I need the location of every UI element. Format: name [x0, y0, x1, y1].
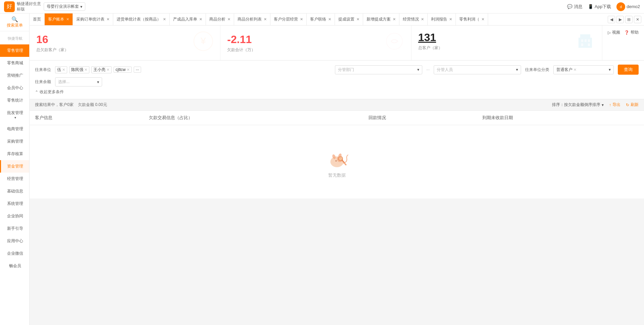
query-button[interactable]: 查询	[618, 65, 639, 75]
tab-customer-segmentation[interactable]: 客户分层经营 ✕	[270, 13, 307, 26]
tab-home[interactable]: 首页	[30, 13, 45, 26]
tab-close-icon[interactable]: ✕	[66, 17, 69, 22]
sidebar-item-inventory[interactable]: 库存核算	[0, 148, 29, 160]
enterprise-select[interactable]: 母婴行业演示帐套 ▾	[44, 2, 85, 11]
tab-close-icon[interactable]: ✕	[106, 17, 110, 22]
dept-select[interactable]: 分管部门 ▾	[335, 65, 422, 74]
tag-remove-icon[interactable]: ✕	[62, 68, 65, 72]
sidebar-item-basic-info[interactable]: 基础信息	[0, 185, 29, 197]
svg-point-18	[335, 160, 337, 161]
svg-rect-4	[580, 34, 590, 39]
filter-row-2: 往来余额 选择... ▾	[35, 77, 639, 86]
chevron-down-icon: ▾	[516, 67, 518, 72]
sidebar-item-app-center[interactable]: 应用中心	[0, 235, 29, 247]
avatar: d	[616, 2, 625, 11]
stat-debt-customers: ¥ 16 总欠款客户（家）	[30, 26, 220, 60]
logo-area: 好 畅捷通好生意 标版	[4, 1, 41, 12]
tab-commission-settings[interactable]: 提成设置 ✕	[335, 13, 363, 26]
svg-rect-9	[588, 43, 590, 46]
sidebar-item-purchase[interactable]: 采购管理	[0, 135, 29, 148]
chevron-down-icon: ▾	[14, 116, 16, 119]
filter-row-1: 往来单位 伍 ✕ 陈民强 ✕ 王小亮 ✕	[35, 65, 639, 75]
chevron-down-icon: ▾	[417, 67, 419, 72]
sidebar-item-retail[interactable]: 零售管理	[0, 44, 29, 57]
tab-close-icon[interactable]: ✕	[264, 17, 267, 22]
balance-select[interactable]: 选择... ▾	[55, 77, 102, 86]
sidebar-item-collaboration[interactable]: 企业协同	[0, 210, 29, 222]
chevron-down-icon: ▾	[602, 103, 604, 107]
message-item[interactable]: 💬 消息	[567, 4, 583, 10]
unit-type-select[interactable]: 普通客户 ✕ ▾	[553, 65, 614, 74]
svg-text:¥: ¥	[201, 35, 206, 46]
message-icon: 💬	[567, 4, 572, 9]
unit-tag-wu: 伍 ✕	[55, 66, 67, 73]
sidebar-item-finance[interactable]: 资金管理	[0, 160, 29, 173]
video-link[interactable]: ▷ 视频	[608, 30, 620, 35]
sidebar-item-system[interactable]: 系统管理	[0, 197, 29, 210]
unit-tag-wang: 王小亮 ✕	[91, 66, 112, 73]
sidebar-item-retail-mall[interactable]: 零售商城	[0, 57, 29, 69]
tab-close-all-btn[interactable]: ✕	[634, 16, 641, 23]
sidebar-item-vip[interactable]: 畅会员	[0, 260, 29, 272]
tab-close-icon[interactable]: ✕	[227, 17, 230, 22]
tab-operations[interactable]: 经营情况 ✕	[399, 13, 428, 26]
tab-profit-report[interactable]: 利润报告 ✕	[428, 13, 456, 26]
sidebar-item-wholesale[interactable]: 批发管理 ▾	[0, 107, 29, 123]
stat-total-debt: -2.11 欠款合计（万）	[220, 26, 411, 60]
sidebar-item-new-guide[interactable]: 新手引导	[0, 222, 29, 235]
sidebar-search[interactable]: 🔍 搜索菜单	[0, 13, 29, 31]
sidebar-item-member-center[interactable]: 会员中心	[0, 82, 29, 94]
tab-add-commission[interactable]: 新增提成方案 ✕	[363, 13, 399, 26]
tab-product-analysis[interactable]: 商品分析 ✕	[206, 13, 234, 26]
sidebar-nav: 快捷导航 零售管理 零售商城 营销推广 会员中心 零售统计 批发管理 ▾ 电	[0, 31, 29, 274]
tab-expand-btn[interactable]: ⊞	[625, 16, 633, 23]
tab-next-btn[interactable]: ▶	[616, 16, 624, 23]
unit-tag-more[interactable]: ···	[134, 67, 141, 73]
sidebar-item-wechat-work[interactable]: 企业微信	[0, 247, 29, 260]
sort-select[interactable]: 排序：按欠款金额倒序排序 ▾	[552, 102, 604, 108]
tab-close-icon[interactable]: ✕	[328, 17, 331, 22]
user-item[interactable]: d demo2	[616, 2, 640, 11]
tab-close-icon[interactable]: ✕	[356, 17, 359, 22]
tab-close-icon[interactable]: ✕	[449, 17, 452, 22]
tab-retail-profit[interactable]: 零售利润（ ✕	[456, 13, 488, 26]
help-link[interactable]: ❓ 帮助	[624, 30, 639, 35]
tab-purchase-order-stats[interactable]: 采购订单统计表 ✕	[73, 13, 113, 26]
tag-remove-icon[interactable]: ✕	[573, 68, 576, 72]
refresh-btn[interactable]: ↻ 刷新	[626, 102, 639, 108]
chevron-down-icon: ▾	[80, 4, 82, 9]
sidebar-item-ecommerce[interactable]: 电商管理	[0, 123, 29, 135]
tab-close-icon[interactable]: ✕	[300, 17, 303, 22]
export-btn[interactable]: ↑ 导出	[609, 102, 620, 108]
tab-close-icon[interactable]: ✕	[163, 17, 166, 22]
person-select[interactable]: 分管人员 ▾	[434, 65, 521, 74]
tab-incoming-stats[interactable]: 进货单统计表（按商品） ✕	[113, 13, 170, 26]
tab-customer-contact[interactable]: 客户联络 ✕	[307, 13, 335, 26]
svg-rect-5	[581, 39, 583, 42]
tag-remove-icon[interactable]: ✕	[84, 68, 87, 72]
stat-actions: ▷ 视频 ❓ 帮助	[602, 26, 644, 60]
sidebar-item-retail-stats[interactable]: 零售统计	[0, 94, 29, 107]
person-more-icon[interactable]: ···	[426, 67, 430, 72]
tab-prev-btn[interactable]: ◀	[608, 16, 615, 23]
sidebar-item-marketing[interactable]: 营销推广	[0, 69, 29, 82]
collapse-btn[interactable]: ⌃ 收起更多条件	[35, 89, 639, 95]
tag-remove-icon[interactable]: ✕	[127, 68, 130, 72]
chevron-down-icon: ▾	[97, 80, 99, 84]
app-download-item[interactable]: 📱 App下载	[588, 4, 611, 10]
tab-close-icon[interactable]: ✕	[199, 17, 202, 22]
filter-area: 往来单位 伍 ✕ 陈民强 ✕ 王小亮 ✕	[30, 61, 644, 99]
sidebar-item-operations[interactable]: 经营管理	[0, 173, 29, 185]
tab-close-icon[interactable]: ✕	[481, 17, 484, 22]
sidebar-item-quick-nav[interactable]: 快捷导航	[0, 33, 29, 44]
stat-total-customers: 131 总客户（家）	[412, 26, 602, 60]
svg-rect-6	[585, 39, 587, 42]
tag-remove-icon[interactable]: ✕	[106, 68, 110, 72]
tab-customer-ledger[interactable]: 客户账本 ✕	[45, 13, 73, 26]
tab-close-icon[interactable]: ✕	[393, 17, 396, 22]
tab-product-analysis-list[interactable]: 商品分析列表 ✕	[234, 13, 270, 26]
tab-production-inbound[interactable]: 产成品入库单 ✕	[170, 13, 206, 26]
chevron-down-icon: ▾	[609, 67, 611, 72]
stat-icon-building	[575, 31, 595, 55]
tab-close-icon[interactable]: ✕	[421, 17, 424, 22]
